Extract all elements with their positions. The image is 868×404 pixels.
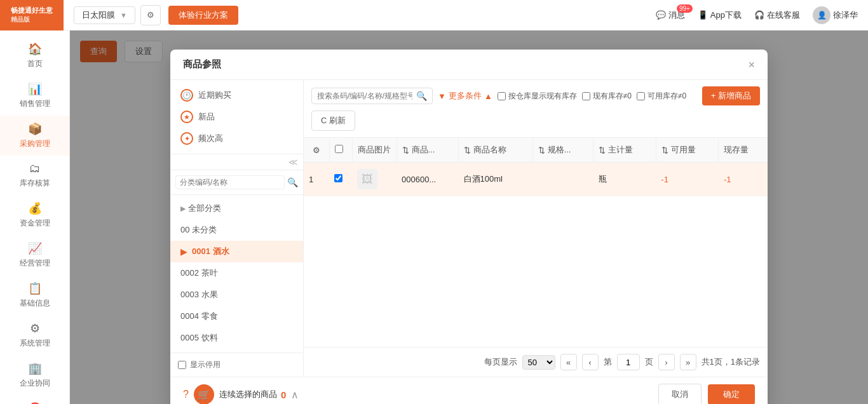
sidebar: 🏠 首页 📊 销售管理 📦 采购管理 🗂 库存核算 💰 资金管理 📈 经营管理 … [0,30,70,404]
next-page-button[interactable]: › [658,354,675,370]
table-row[interactable]: 1 🖼 [304,163,768,196]
cart-text: 连续选择的商品 [219,389,277,400]
show-disabled-checkbox[interactable] [178,361,186,369]
table-header-row: ⚙ 商品图片 [304,138,768,163]
dialog-close-button[interactable]: × [748,59,755,71]
th-stock: 现存量 [719,138,768,163]
avail-nz-checkbox[interactable] [637,92,645,100]
row-spec-cell [532,163,593,196]
sidebar-item-home[interactable]: 🏠 首页 [0,36,69,76]
th-code-label: 商品... [412,144,435,156]
category-all-arrow: ▶ [180,205,186,213]
category-alcohol-arrow: ▶ [180,247,187,257]
th-spec[interactable]: ⇅ 规格... [532,138,593,163]
user-profile[interactable]: 👤 徐泽华 [813,6,858,24]
per-page-select[interactable]: 50 20 100 [522,355,555,370]
sidebar-item-inventory[interactable]: 🗂 库存核算 [0,156,69,195]
select-all-checkbox[interactable] [335,145,343,153]
sidebar-item-system[interactable]: ⚙ 系统管理 [0,315,69,355]
app-icon: 📱 [698,10,708,20]
category-drinks[interactable]: 0005 饮料 [170,327,303,349]
message-btn[interactable]: 💬 消息 99+ [656,10,685,21]
app-download-btn[interactable]: 📱 App下载 [698,10,742,21]
sidebar-item-purchase[interactable]: 📦 采购管理 [0,116,69,156]
row-available: -1 [661,175,668,184]
category-fruit[interactable]: 0003 水果 [170,284,303,306]
row-stock-cell: -1 [719,163,768,196]
home-icon: 🏠 [28,42,42,56]
avail-nz-filter[interactable]: 可用库存≠0 [637,91,686,102]
filter-arrow-icon: ▲ [484,91,492,101]
modal-overlay: 商品参照 × 🕐 近期购买 ★ [70,30,868,404]
recent-icon: 🕐 [180,89,193,102]
enterprise-icon: 🏢 [28,361,42,375]
new-icon: ★ [180,111,193,123]
online-service-btn[interactable]: 🎧 在线客服 [754,10,800,21]
warehouse-checkbox[interactable] [498,92,506,100]
prev-page-button[interactable]: ‹ [582,354,599,370]
headset-icon: 🎧 [754,10,764,20]
purchase-icon: 📦 [28,122,42,136]
app-download-label: App下载 [710,10,742,21]
sidebar-item-enterprise[interactable]: 🏢 企业协同 [0,355,69,395]
dialog-body: 🕐 近期购买 ★ 新品 ✦ 频次高 [170,80,768,377]
nav-new-product[interactable]: ★ 新品 [175,107,298,127]
dialog-title: 商品参照 [183,58,221,71]
cart-count: 0 [281,389,286,400]
stock-nz-checkbox[interactable] [582,92,590,100]
total-info: 共1页，1条记录 [702,356,760,368]
table-area: ⚙ 商品图片 [304,138,768,377]
first-page-button[interactable]: « [560,354,577,370]
category-snacks[interactable]: 0004 零食 [170,306,303,327]
trial-button[interactable]: 体验行业方案 [168,6,238,25]
sidebar-item-finance[interactable]: 💰 资金管理 [0,195,69,235]
th-image: 商品图片 [352,138,397,163]
cart-icon[interactable]: 🛒 [194,384,214,404]
store-selector[interactable]: 日太阳膜 ▼ [74,6,135,24]
category-tea[interactable]: 0002 茶叶 [170,262,303,284]
th-code[interactable]: ⇅ 商品... [397,138,459,163]
product-table: ⚙ 商品图片 [304,138,768,196]
th-name[interactable]: ⇅ 商品名称 [459,138,533,163]
cancel-button[interactable]: 取消 [658,384,702,404]
frequent-icon: ✦ [180,132,193,145]
guide-icon: 🎯 [28,401,42,404]
product-table-container: ⚙ 商品图片 [304,138,768,347]
help-icon[interactable]: ? [183,389,189,400]
collapse-nav-icon[interactable]: ≪ [288,157,298,167]
refresh-button[interactable]: C 刷新 [311,111,355,131]
more-filter-button[interactable]: ▼ 更多条件 ▲ [438,90,492,102]
product-search-icon[interactable]: 🔍 [416,91,427,101]
username: 徐泽华 [833,10,858,21]
row-checkbox[interactable] [334,174,342,182]
sidebar-item-operations[interactable]: 📈 经营管理 [0,235,69,275]
sidebar-item-sales[interactable]: 📊 销售管理 [0,76,69,116]
settings-icon[interactable]: ⚙ [140,5,161,25]
warehouse-stock-filter[interactable]: 按仓库显示现有库存 [498,91,577,102]
th-unit[interactable]: ⇅ 主计量 [593,138,656,163]
product-search-input[interactable] [317,91,412,100]
current-page-input[interactable] [617,354,640,370]
product-reference-dialog: 商品参照 × 🕐 近期购买 ★ [170,50,768,404]
th-available[interactable]: ⇅ 可用量 [656,138,719,163]
category-alcohol[interactable]: ▶ 0001 酒水 [170,241,303,262]
row-code-cell: 000600... [397,163,459,196]
sidebar-item-guide[interactable]: 🎯 新手引导 [0,395,69,404]
filter-icon: ▼ [438,91,446,101]
add-product-button[interactable]: + 新增商品 [702,86,760,105]
confirm-button[interactable]: 确定 [708,384,755,404]
category-search-icon[interactable]: 🔍 [287,177,298,187]
nav-frequent[interactable]: ✦ 频次高 [175,128,298,149]
sidebar-item-basics[interactable]: 📋 基础信息 [0,275,69,315]
sidebar-item-label-purchase: 采购管理 [20,138,50,149]
category-all[interactable]: ▶ 全部分类 [170,198,303,219]
category-search-input[interactable] [175,175,285,189]
nav-recent-purchase[interactable]: 🕐 近期购买 [175,85,298,105]
gear-header-icon[interactable]: ⚙ [313,145,320,155]
image-placeholder-icon: 🖼 [362,173,373,186]
last-page-button[interactable]: » [680,354,696,370]
footer-collapse-icon[interactable]: ∧ [291,389,299,401]
category-uncategorized[interactable]: 00 未分类 [170,219,303,241]
stock-nz-filter[interactable]: 现有库存≠0 [582,91,632,102]
show-disabled-label: 显示停用 [190,360,220,370]
